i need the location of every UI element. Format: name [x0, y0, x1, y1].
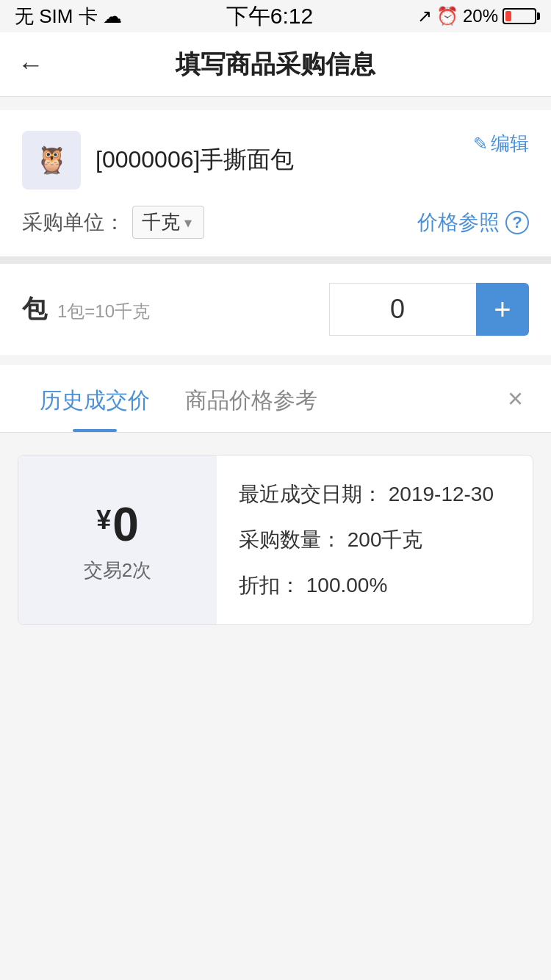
back-button[interactable]: ← — [18, 49, 44, 80]
status-left: 无 SIM 卡 ☁ — [15, 4, 122, 29]
edit-button[interactable]: ✎ 编辑 — [473, 131, 529, 156]
battery-label: 20% — [463, 6, 498, 26]
qty-equiv-label: 1包=10千克 — [57, 300, 150, 323]
page-title: 填写商品采购信息 — [176, 48, 375, 82]
unit-value: 千克 — [142, 209, 180, 235]
discount-label: 折扣： — [239, 574, 300, 597]
deal-price: ¥ 0 — [96, 497, 139, 552]
help-circle-icon: ? — [505, 211, 529, 234]
qty-unit-label: 包 — [22, 292, 47, 326]
product-left: 🦉 [0000006]手撕面包 — [22, 131, 294, 190]
purchase-qty-label: 采购数量： — [239, 528, 342, 551]
owl-icon: 🦉 — [35, 145, 68, 176]
product-meta: 采购单位： 千克 ▾ 价格参照 ? — [22, 206, 529, 239]
status-right: ↗ ⏰ 20% — [417, 6, 536, 26]
product-header: 🦉 [0000006]手撕面包 ✎ 编辑 — [22, 131, 529, 190]
discount-row: 折扣： 100.00% — [239, 570, 511, 601]
battery-fill — [505, 11, 511, 21]
tab-history-price[interactable]: 历史成交价 — [22, 365, 168, 432]
trade-count: 交易2次 — [84, 558, 151, 583]
status-time: 下午6:12 — [226, 1, 313, 32]
sim-wifi-label: 无 SIM 卡 ☁ — [15, 4, 122, 29]
recent-date-label: 最近成交日期： — [239, 483, 383, 505]
content-area: ¥ 0 交易2次 最近成交日期： 2019-12-30 采购数量： 200千克 … — [0, 433, 551, 873]
price-ref-button[interactable]: 价格参照 ? — [417, 209, 529, 237]
tabs-container: 历史成交价 商品价格参考 × — [0, 365, 551, 433]
alarm-icon: ⏰ — [436, 6, 458, 26]
chevron-down-icon: ▾ — [184, 214, 192, 231]
currency-symbol: ¥ — [96, 505, 111, 536]
purchase-qty-value: 200千克 — [347, 528, 423, 551]
plus-button[interactable]: + — [476, 283, 529, 336]
qty-input-group: + — [329, 283, 529, 336]
deal-left: ¥ 0 交易2次 — [18, 455, 217, 624]
deal-right: 最近成交日期： 2019-12-30 采购数量： 200千克 折扣： 100.0… — [217, 455, 533, 624]
product-logo: 🦉 — [22, 131, 81, 190]
price-ref-label: 价格参照 — [417, 209, 500, 237]
purchase-qty-row: 采购数量： 200千克 — [239, 525, 511, 555]
section-divider — [0, 256, 551, 264]
quantity-row: 包 1包=10千克 + — [0, 264, 551, 355]
product-name: [0000006]手撕面包 — [96, 144, 294, 176]
qty-label-group: 包 1包=10千克 — [22, 292, 150, 326]
nav-bar: ← 填写商品采购信息 — [0, 32, 551, 97]
recent-date-value: 2019-12-30 — [389, 483, 494, 505]
quantity-input[interactable] — [329, 283, 476, 336]
recent-date-row: 最近成交日期： 2019-12-30 — [239, 479, 511, 510]
price-value: 0 — [112, 497, 139, 552]
edit-icon: ✎ — [473, 134, 488, 154]
battery-icon — [503, 8, 536, 24]
edit-label: 编辑 — [491, 131, 529, 156]
tab-close-button[interactable]: × — [502, 378, 529, 420]
tabs-left: 历史成交价 商品价格参考 — [22, 365, 335, 432]
tab-price-ref[interactable]: 商品价格参考 — [168, 365, 335, 432]
discount-value: 100.00% — [306, 574, 388, 597]
purchase-unit-label: 采购单位： — [22, 209, 125, 237]
deal-card: ¥ 0 交易2次 最近成交日期： 2019-12-30 采购数量： 200千克 … — [18, 455, 533, 625]
purchase-unit: 采购单位： 千克 ▾ — [22, 206, 204, 239]
product-card: 🦉 [0000006]手撕面包 ✎ 编辑 采购单位： 千克 ▾ 价格参照 ? — [0, 110, 551, 256]
status-bar: 无 SIM 卡 ☁ 下午6:12 ↗ ⏰ 20% — [0, 0, 551, 32]
location-icon: ↗ — [417, 6, 432, 26]
unit-dropdown[interactable]: 千克 ▾ — [132, 206, 204, 239]
